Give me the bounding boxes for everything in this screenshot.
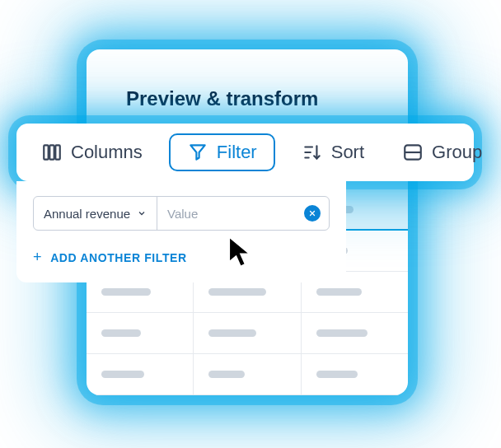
- filter-value-input[interactable]: [167, 207, 286, 221]
- filter-row: Annual revenue: [33, 196, 330, 231]
- table-cell: [193, 354, 300, 394]
- page-title: Preview & transform: [126, 87, 318, 110]
- add-filter-button[interactable]: + ADD ANOTHER FILTER: [33, 249, 330, 266]
- columns-button[interactable]: Columns: [30, 135, 154, 170]
- sort-button[interactable]: Sort: [290, 135, 376, 170]
- table-cell: [87, 313, 193, 353]
- table-cell: [193, 313, 300, 353]
- sort-label: Sort: [331, 142, 364, 163]
- columns-label: Columns: [71, 142, 143, 163]
- chevron-down-icon: [137, 208, 147, 218]
- group-button[interactable]: Group: [391, 135, 494, 170]
- filter-label: Filter: [217, 142, 257, 163]
- table-row: [87, 354, 408, 395]
- table-cell: [301, 354, 408, 394]
- sort-icon: [302, 142, 323, 163]
- filter-button[interactable]: Filter: [169, 133, 275, 171]
- svg-rect-0: [44, 145, 48, 159]
- svg-rect-2: [55, 145, 59, 159]
- group-label: Group: [432, 142, 482, 163]
- filter-value-field[interactable]: [157, 197, 296, 230]
- group-icon: [402, 142, 424, 163]
- plus-icon: +: [33, 249, 42, 266]
- transform-toolbar: Columns Filter Sort Group: [16, 124, 474, 181]
- columns-icon: [41, 142, 63, 163]
- filter-field-selected: Annual revenue: [44, 207, 130, 221]
- filter-panel: Annual revenue + ADD ANOTHER FILTER: [16, 181, 346, 282]
- add-filter-label: ADD ANOTHER FILTER: [50, 251, 187, 264]
- close-icon: [304, 205, 321, 222]
- table-row: [87, 313, 408, 354]
- filter-icon: [187, 142, 208, 163]
- clear-filter-button[interactable]: [296, 197, 329, 230]
- svg-rect-1: [49, 145, 54, 159]
- table-cell: [301, 313, 408, 353]
- filter-field-select[interactable]: Annual revenue: [34, 197, 157, 230]
- table-cell: [87, 354, 193, 394]
